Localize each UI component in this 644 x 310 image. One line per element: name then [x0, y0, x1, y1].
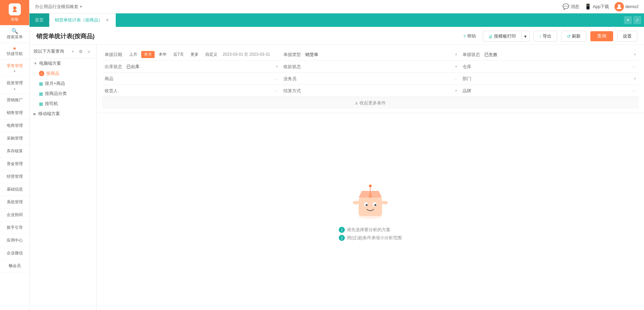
- receiver-label: 收货人: [105, 88, 126, 94]
- search-menu-item[interactable]: 🔍 搜索菜单: [0, 25, 29, 43]
- date-tab-thismonth[interactable]: 本月: [141, 51, 155, 58]
- warehouse-value-container[interactable]: ···: [484, 64, 636, 69]
- brand-label: 品牌: [463, 88, 484, 94]
- panel-settings-btn[interactable]: ⚙: [77, 48, 84, 55]
- message-btn[interactable]: 💬 消息: [562, 3, 579, 10]
- date-tab-lastmonth[interactable]: 上月: [126, 51, 140, 58]
- staff-value-container[interactable]: ···: [305, 76, 457, 81]
- warehouse-dots[interactable]: ···: [632, 64, 636, 69]
- sidebar-item-inventory[interactable]: 库存核算: [0, 145, 29, 158]
- type-dropdown-icon[interactable]: ▾: [455, 52, 457, 57]
- sidebar-item-enterprise[interactable]: 企业协同: [0, 209, 29, 221]
- receipt-value-container[interactable]: ▾: [305, 64, 457, 69]
- out-dropdown-icon[interactable]: ▾: [276, 64, 278, 69]
- payment-dropdown-icon[interactable]: ▾: [455, 89, 457, 93]
- tree-node-by-month-product[interactable]: ▦ 按月+商品: [30, 79, 96, 89]
- refresh-btn[interactable]: ↺ 刷新: [561, 31, 586, 42]
- collapse-btn[interactable]: ∧ 收起更多条件: [102, 97, 639, 109]
- tree-node-by-cashier[interactable]: ▦ 按司机: [30, 99, 96, 109]
- filter-section: 单据日期 上月 本月 本年 近7天 更多 自定义 20: [97, 45, 644, 113]
- left-panel-title: 按以下方案查询: [34, 48, 64, 54]
- date-tab-custom[interactable]: 自定义: [203, 51, 220, 58]
- system-label: 系统管理: [7, 199, 23, 205]
- product-dots[interactable]: ···: [274, 76, 278, 81]
- by-product-label: 按商品: [46, 70, 59, 76]
- quick-nav-item[interactable]: ★ 快捷导航: [0, 43, 29, 60]
- svg-point-1: [618, 4, 621, 7]
- receiver-value-container[interactable]: ···: [126, 88, 278, 93]
- print-btn[interactable]: 🖨 按模板打印: [483, 31, 521, 42]
- filter-type-cell: 单据类型 销货单 ▾: [281, 49, 460, 61]
- panel-add-btn[interactable]: +: [69, 48, 76, 55]
- print-dropdown-btn[interactable]: ▾: [521, 31, 530, 42]
- query-btn[interactable]: 查询: [590, 31, 613, 41]
- tree-mobile-group[interactable]: ▶ 移动端方案: [30, 109, 96, 119]
- sidebar-item-operations[interactable]: 经营管理: [0, 170, 29, 183]
- date-tab-7days[interactable]: 近7天: [171, 51, 186, 58]
- basic-label: 基础信息: [7, 187, 23, 192]
- filter-row-2: 出库状态 已出库 ▾ 收款状态 ▾: [102, 61, 639, 73]
- panel-collapse-btn[interactable]: «: [86, 48, 92, 55]
- brand-dots[interactable]: ···: [632, 88, 636, 93]
- sidebar-item-appcenter[interactable]: 应用中心: [0, 234, 29, 247]
- filter-status-cell: 单据状态 已生效 ▾: [460, 49, 639, 61]
- tree-pc-group[interactable]: ▼ 电脑端方案: [30, 58, 96, 68]
- tab-maximize-btn[interactable]: ⤢: [633, 16, 641, 24]
- sidebar-item-ecommerce[interactable]: 电商管理: [0, 119, 29, 132]
- export-btn[interactable]: ↑ 导出: [534, 31, 557, 42]
- empty-state: 1 请先选择要分析的方案 2 用[过滤]条件来缩小分析范围: [97, 113, 644, 310]
- page-actions: ? 帮助 🖨 按模板打印 ▾ ↑ 导出 ↺: [461, 31, 637, 42]
- staff-dots[interactable]: ···: [453, 76, 457, 81]
- brand-value-container[interactable]: ···: [484, 88, 636, 93]
- sidebar-item-system[interactable]: 系统管理: [0, 196, 29, 209]
- retail-label: 零售管理: [7, 63, 23, 69]
- date-value[interactable]: 上月 本月 本年 近7天 更多 自定义 2023-03-01 至 2023-03…: [126, 51, 278, 58]
- app-download-btn[interactable]: 📱 App下载: [585, 3, 609, 10]
- dept-dropdown-icon[interactable]: ▾: [634, 76, 636, 81]
- sidebar-item-member[interactable]: 畅会员: [0, 260, 29, 272]
- help-btn[interactable]: ? 帮助: [461, 32, 478, 41]
- tree-node-by-category[interactable]: ▦ 按商品分类: [30, 89, 96, 99]
- export-icon: ↑: [539, 34, 542, 39]
- sidebar-item-finance[interactable]: 资金管理: [0, 158, 29, 170]
- sidebar-item-newguide[interactable]: 新手引导: [0, 221, 29, 234]
- payment-value-container[interactable]: ▾: [305, 89, 457, 93]
- sidebar-item-corpwechat[interactable]: 企业微信: [0, 247, 29, 260]
- marketing-label: 营销推广: [7, 97, 23, 103]
- tab-stats[interactable]: 销货单统计表（按商品） ✕: [49, 13, 116, 27]
- dept-value-container[interactable]: ▾: [484, 76, 636, 81]
- empty-tips: 1 请先选择要分析的方案 2 用[过滤]条件来缩小分析范围: [339, 227, 401, 241]
- product-value-container[interactable]: ···: [126, 76, 278, 81]
- tree-node-by-product[interactable]: ✓ 按商品: [30, 68, 96, 79]
- app-dropdown-icon[interactable]: ▾: [80, 4, 82, 9]
- sidebar-item-wholesale[interactable]: 批发管理 ▴: [0, 77, 29, 94]
- receipt-dropdown-icon[interactable]: ▾: [455, 64, 457, 69]
- tab-close-btn[interactable]: ✕: [105, 17, 110, 23]
- status-value: 已生效: [484, 52, 634, 58]
- mobile-icon: 📱: [585, 3, 591, 10]
- date-tab-thisyear[interactable]: 本年: [156, 51, 169, 58]
- filter-dept-cell: 部门 ▾: [460, 73, 639, 85]
- refresh-icon: ↺: [567, 34, 571, 39]
- filter-row-3: 商品 ··· 业务员 ···: [102, 73, 639, 85]
- receiver-dots[interactable]: ···: [274, 88, 278, 93]
- sidebar-item-sales[interactable]: 销售管理: [0, 107, 29, 119]
- type-value-container[interactable]: 销货单 ▾: [305, 52, 457, 58]
- page-header: 销货单统计表(按商品) ? 帮助 🖨 按模板打印 ▾ ↑: [30, 27, 644, 45]
- settings-btn[interactable]: 设置: [617, 31, 637, 42]
- date-tab-more[interactable]: 更多: [188, 51, 201, 58]
- sidebar-item-marketing[interactable]: 营销推广: [0, 94, 29, 107]
- date-label: 单据日期: [105, 52, 126, 58]
- user-avatar-btn[interactable]: demo2: [614, 2, 639, 11]
- sidebar-item-basic[interactable]: 基础信息: [0, 183, 29, 196]
- sidebar-item-purchase[interactable]: 采购管理: [0, 132, 29, 145]
- sidebar-item-retail[interactable]: 零售管理 ▾: [0, 60, 29, 77]
- out-value-container[interactable]: 已出库 ▾: [126, 64, 278, 70]
- sidebar: 标版 🔍 搜索菜单 ★ 快捷导航 零售管理 ▾ 批发管理 ▴ 营销推广 销售管理…: [0, 0, 30, 310]
- tab-close-all-btn[interactable]: ✕: [624, 16, 632, 24]
- status-value-container[interactable]: 已生效 ▾: [484, 52, 636, 58]
- tab-home[interactable]: 首页: [30, 13, 49, 27]
- avatar: [614, 2, 624, 11]
- tab-controls: ✕ ⤢: [621, 13, 644, 27]
- status-dropdown-icon[interactable]: ▾: [634, 52, 636, 57]
